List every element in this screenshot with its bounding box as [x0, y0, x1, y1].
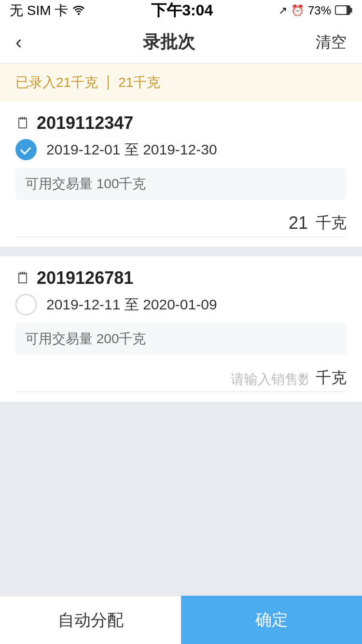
batch-date-row-2: 2019-12-11 至 2020-01-09	[15, 294, 347, 315]
back-button[interactable]: ‹	[15, 31, 22, 53]
recorded-label: 已录入21千克	[15, 73, 98, 92]
clear-button[interactable]: 清空	[316, 32, 347, 53]
batch-card-2: 🗒 2019126781 2019-12-11 至 2020-01-09 可用交…	[0, 256, 362, 402]
nav-bar: ‹ 录批次 清空	[0, 21, 362, 64]
status-time: 下午3:04	[151, 0, 213, 21]
doc-icon-1: 🗒	[15, 114, 31, 132]
status-bar: 无 SIM 卡 下午3:04 ↗ ⏰ 73%	[0, 0, 362, 21]
sim-status: 无 SIM 卡	[10, 1, 68, 20]
banner-divider	[108, 75, 109, 90]
recorded-amount: 21千克	[118, 73, 160, 92]
svg-rect-2	[336, 6, 347, 14]
doc-icon-2: 🗒	[15, 269, 31, 287]
battery-icon	[335, 3, 352, 18]
status-left: 无 SIM 卡	[10, 1, 85, 20]
info-banner: 已录入21千克 21千克	[0, 64, 362, 101]
confirm-button[interactable]: 确定	[181, 596, 362, 644]
radio-button-1[interactable]	[15, 139, 37, 160]
batch-date-2: 2019-12-11 至 2020-01-09	[46, 295, 217, 315]
batch-unit-2: 千克	[316, 367, 347, 389]
batch-available-2: 可用交易量 200千克	[15, 323, 347, 355]
separator-1	[0, 247, 362, 256]
location-icon: ↗	[278, 4, 287, 17]
batch-input-row-2: 千克	[15, 363, 347, 392]
status-right: ↗ ⏰ 73%	[278, 3, 352, 18]
batch-card-1: 🗒 2019112347 2019-12-01 至 2019-12-30 可用交…	[0, 101, 362, 247]
batch-number-1: 2019112347	[37, 113, 133, 133]
wifi-icon	[72, 3, 85, 18]
page-title: 录批次	[143, 30, 195, 54]
batch-date-1: 2019-12-01 至 2019-12-30	[46, 140, 217, 160]
batch-quantity-input-1[interactable]	[231, 213, 308, 233]
bottom-bar: 自动分配 确定	[0, 596, 362, 644]
auto-distribute-button[interactable]: 自动分配	[0, 596, 181, 644]
batch-header-1: 🗒 2019112347	[15, 113, 347, 133]
alarm-icon: ⏰	[291, 4, 304, 17]
content-area: 🗒 2019112347 2019-12-01 至 2019-12-30 可用交…	[0, 101, 362, 633]
batch-number-2: 2019126781	[37, 268, 133, 288]
svg-rect-1	[350, 8, 352, 13]
batch-available-1: 可用交易量 100千克	[15, 168, 347, 200]
batch-header-2: 🗒 2019126781	[15, 268, 347, 288]
batch-quantity-input-2[interactable]	[231, 368, 308, 388]
batch-unit-1: 千克	[316, 212, 347, 234]
radio-button-2[interactable]	[15, 294, 37, 315]
batch-date-row-1: 2019-12-01 至 2019-12-30	[15, 139, 347, 160]
batch-input-row-1: 千克	[15, 208, 347, 237]
battery-percent: 73%	[308, 4, 331, 17]
